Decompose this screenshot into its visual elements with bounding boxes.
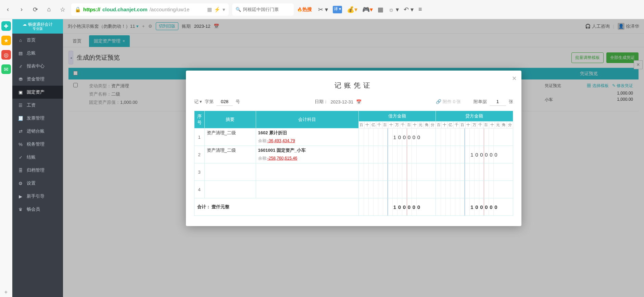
- row-subject[interactable]: [256, 163, 358, 181]
- sidebar-item-报表中心[interactable]: ⫽报表中心: [12, 60, 63, 73]
- col-subject: 会计科目: [256, 111, 358, 128]
- sidebar-item-畅会员[interactable]: ♛畅会员: [12, 203, 63, 216]
- calendar-icon[interactable]: 📅: [356, 99, 362, 104]
- hot-label[interactable]: 🔥热搜: [297, 7, 312, 13]
- digit-cell: [368, 181, 373, 198]
- row-summary[interactable]: 资产清理_二级: [204, 128, 256, 146]
- voucher-row[interactable]: 4: [194, 181, 513, 198]
- digit-cell: [460, 128, 465, 146]
- digit-cell: [455, 163, 460, 181]
- sidebar-item-总账[interactable]: ▤总账: [12, 47, 63, 60]
- digit-cell: [460, 198, 465, 215]
- modal-close-icon[interactable]: ×: [512, 74, 517, 83]
- digit-header-cell: 角: [501, 122, 507, 128]
- sidebar-item-label: 结账: [27, 154, 36, 160]
- sidebar-item-设置[interactable]: ⚙设置: [12, 177, 63, 190]
- os-app-2[interactable]: ★: [1, 36, 11, 45]
- digit-cell: [359, 181, 364, 198]
- forward-icon[interactable]: ›: [16, 4, 27, 15]
- digit-cell: [489, 181, 493, 198]
- sidebar-item-label: 首页: [27, 37, 36, 43]
- digit-cell: [412, 163, 416, 181]
- translate-icon[interactable]: 译 ▾: [333, 6, 342, 13]
- digit-cell: [383, 146, 388, 163]
- digit-cell: [441, 146, 445, 163]
- digit-cell: [445, 181, 450, 198]
- sidebar-item-资金管理[interactable]: ⛃资金管理: [12, 73, 63, 86]
- sun-icon[interactable]: ☼ ▾: [388, 6, 399, 13]
- menu-icon[interactable]: ≡: [418, 6, 422, 13]
- digit-header-cell: 元: [418, 122, 424, 128]
- star-icon[interactable]: ☆: [58, 4, 68, 15]
- slip-count-input[interactable]: [490, 98, 506, 106]
- digit-cell: [392, 163, 397, 181]
- row-summary[interactable]: 资产清理_二级: [204, 146, 256, 163]
- sidebar-item-固定资产[interactable]: ▣固定资产: [12, 86, 63, 99]
- total-label: 合计：: [197, 204, 211, 209]
- digit-cell: [450, 146, 455, 163]
- os-add-icon[interactable]: +: [1, 287, 11, 297]
- digit-cell: [445, 198, 450, 215]
- undo-icon[interactable]: ↶ ▾: [404, 6, 414, 13]
- sidebar-item-工资[interactable]: ☰工资: [12, 99, 63, 112]
- sidebar-item-发票管理[interactable]: 🧾发票管理: [12, 112, 63, 125]
- voucher-number-input[interactable]: [216, 98, 233, 106]
- digit-cell: 0: [412, 198, 416, 215]
- os-app-3[interactable]: ◎: [1, 50, 11, 60]
- back-icon[interactable]: ‹: [3, 4, 13, 15]
- url-bar[interactable]: 🔒 https://cloud.chanjet.com/accounting/u…: [71, 3, 229, 16]
- digit-cell: 0: [489, 198, 493, 215]
- row-index: 1: [194, 128, 204, 146]
- row-subject[interactable]: [256, 181, 358, 198]
- row-subject[interactable]: 1601001 固定资产_小车余额:-258,760,615.46: [256, 146, 358, 163]
- home-icon[interactable]: ⌂: [44, 4, 54, 15]
- chevron-down-icon[interactable]: ▾: [223, 7, 225, 13]
- digit-cell: [373, 163, 378, 181]
- row-subject[interactable]: 1602 累计折旧余额:-36,493,434.79: [256, 128, 358, 146]
- nav-icon: 🧾: [18, 116, 23, 121]
- voucher-row[interactable]: 2资产清理_二级1601001 固定资产_小车余额:-258,760,615.4…: [194, 146, 513, 163]
- sidebar-item-label: 总账: [27, 50, 36, 56]
- digit-cell: [359, 198, 364, 215]
- digit-cell: [441, 181, 445, 198]
- scissors-icon[interactable]: ✂ ▾: [318, 6, 328, 13]
- digit-cell: 0: [402, 128, 407, 146]
- row-summary[interactable]: [204, 163, 256, 181]
- nav-icon: ☰: [18, 103, 23, 108]
- digit-cell: [368, 198, 373, 215]
- row-summary[interactable]: [204, 181, 256, 198]
- digit-cell: [412, 146, 416, 163]
- search-bar[interactable]: 🔍 阿根廷中国行门票: [232, 3, 294, 16]
- sidebar-item-税务管理[interactable]: %税务管理: [12, 138, 63, 151]
- digit-cell: 0: [493, 198, 498, 215]
- game-icon[interactable]: 🎮▾: [362, 6, 373, 13]
- sidebar-item-进销台账[interactable]: ⇄进销台账: [12, 125, 63, 138]
- voucher-prefix[interactable]: 记 ▾: [194, 99, 202, 105]
- wallet-icon[interactable]: 💰▾: [347, 6, 357, 13]
- voucher-row[interactable]: 1资产清理_二级1602 累计折旧余额:-36,493,434.79100000: [194, 128, 513, 146]
- os-app-4[interactable]: ✉: [1, 64, 11, 74]
- digit-header-cell: 十: [412, 122, 418, 128]
- grid-icon[interactable]: ▦: [378, 6, 383, 13]
- attachment-link[interactable]: 🔗 附件 0 张: [436, 99, 461, 105]
- digit-cell: [455, 128, 460, 146]
- voucher-date[interactable]: 2023-12-31: [331, 99, 354, 104]
- digit-cell: [441, 128, 445, 146]
- digit-cell: [474, 163, 479, 181]
- bolt-icon[interactable]: ⚡: [214, 7, 220, 13]
- main-area: 刘小艳演示账套（勿删勿动！）11 ▾ + ⚙ 切到旧版 账期 2023-12 📅…: [63, 19, 644, 297]
- sidebar-item-label: 固定资产: [27, 89, 45, 95]
- voucher-row[interactable]: 3: [194, 163, 513, 181]
- sidebar-item-归档管理[interactable]: 🗄归档管理: [12, 164, 63, 177]
- sidebar-item-新手引导[interactable]: ▶新手引导: [12, 190, 63, 203]
- digit-header-cell: 角: [424, 122, 430, 128]
- qr-icon[interactable]: ▦: [207, 7, 212, 13]
- digit-cell: [465, 198, 469, 215]
- os-app-1[interactable]: ✚: [1, 21, 11, 31]
- digit-cell: [402, 163, 407, 181]
- sidebar-item-结账[interactable]: ✓结账: [12, 151, 63, 164]
- refresh-icon[interactable]: ⟳: [30, 4, 40, 15]
- sidebar-item-首页[interactable]: ⌂首页: [12, 34, 63, 47]
- digit-cell: [479, 163, 484, 181]
- digit-cell: [378, 146, 383, 163]
